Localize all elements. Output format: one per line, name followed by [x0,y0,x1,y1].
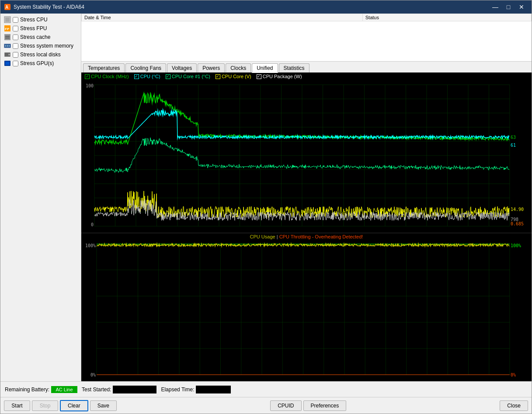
legend-cpu-core1-label: CPU Core #1 (°C) [172,74,210,79]
tabs-area: Temperatures Cooling Fans Voltages Power… [81,62,532,72]
stress-memory-icon [4,42,11,49]
tab-powers[interactable]: Powers [198,63,225,72]
stress-gpu-checkbox[interactable] [13,61,18,66]
stress-disk-label: Stress local disks [20,52,61,58]
svg-rect-3 [5,17,10,22]
stress-gpu-label: Stress GPU(s) [20,60,54,66]
window-title: System Stability Test - AIDA64 [14,4,489,10]
stress-memory-item: Stress system memory [2,41,79,50]
stress-cpu-item: Stress CPU [2,15,79,24]
test-started-label: Test Started: [82,386,111,393]
legend-cpu-core1[interactable]: ✓ CPU Core #1 (°C) [166,74,210,79]
tab-unified[interactable]: Unified [252,63,278,73]
right-panel: Date & Time Status Temperatures Cooling … [81,14,532,381]
chart2-canvas [81,240,532,381]
stress-cpu-label: Stress CPU [20,17,48,23]
chart2-title: CPU Usage | CPU Throttling - Overheating… [81,233,532,240]
svg-point-15 [8,54,10,55]
remaining-battery-item: Remaining Battery: AC Line [5,386,77,393]
minimize-button[interactable]: — [489,0,502,14]
test-started-item: Test Started: [82,386,156,393]
legend-cpu-package-label: CPU Package (W) [263,74,302,79]
main-content: Stress CPU FP Stress FPU Stress cache [0,14,532,381]
tab-voltages[interactable]: Voltages [167,63,197,72]
stress-cache-icon [4,34,11,41]
stress-memory-checkbox[interactable] [13,43,18,49]
legend-cpu-package-check: ✓ [257,74,261,79]
main-window: A System Stability Test - AIDA64 — □ ✕ S… [0,0,532,414]
svg-text:A: A [5,5,8,10]
stress-disk-item: Stress local disks [2,50,79,59]
legend-cpu-clock-check: ✓ [85,74,90,79]
tab-bar: Temperatures Cooling Fans Voltages Power… [81,62,532,72]
chart2-separator: | [277,234,278,239]
log-table: Date & Time Status [81,14,532,21]
svg-rect-11 [7,45,8,47]
remaining-battery-value: AC Line [51,386,77,393]
stress-memory-label: Stress system memory [20,43,73,49]
start-button[interactable]: Start [4,400,30,411]
tab-temperatures[interactable]: Temperatures [83,63,125,72]
stress-fpu-checkbox[interactable] [13,26,18,31]
title-bar: A System Stability Test - AIDA64 — □ ✕ [0,0,532,14]
legend-cpu-clock[interactable]: ✓ CPU Clock (MHz) [85,74,129,79]
tab-cooling-fans[interactable]: Cooling Fans [125,63,166,72]
legend-cpu-core1-check: ✓ [166,74,170,79]
legend-cpu-temp[interactable]: ✓ CPU (°C) [134,74,160,79]
stress-cache-checkbox[interactable] [13,34,18,40]
chart1-canvas [81,80,532,233]
throttle-warning: CPU Throttling - Overheating Detected! [279,234,363,239]
preferences-button[interactable]: Preferences [303,400,347,411]
legend-cpu-temp-check: ✓ [134,74,139,79]
close-window-button[interactable]: ✕ [515,0,528,14]
stress-cpu-checkbox[interactable] [13,17,18,23]
svg-text:FP: FP [5,27,10,31]
cpu-usage-label: CPU Usage [250,234,275,239]
bottom-bar: Start Stop Clear Save CPUID Preferences … [0,397,532,414]
elapsed-time-label: Elapsed Time: [161,386,194,393]
svg-rect-18 [6,62,9,65]
close-button[interactable]: Close [500,400,528,411]
legend-cpu-voltage[interactable]: ✓ CPU Core (V) [216,74,251,79]
legend-cpu-voltage-check: ✓ [216,74,220,79]
chart2-container: CPU Usage | CPU Throttling - Overheating… [81,233,532,381]
legend-cpu-temp-label: CPU (°C) [140,74,160,79]
app-icon: A [4,3,11,10]
cpuid-button[interactable]: CPUID [270,400,301,411]
stress-fpu-item: FP Stress FPU [2,24,79,33]
elapsed-time-value [196,386,231,393]
status-bar: Remaining Battery: AC Line Test Started:… [0,381,532,397]
log-col-datetime: Date & Time [82,14,363,21]
svg-rect-6 [4,34,10,40]
legend-cpu-voltage-label: CPU Core (V) [222,74,251,79]
svg-rect-12 [9,45,10,47]
save-button[interactable]: Save [90,400,117,411]
log-area: Date & Time Status [81,14,532,62]
stress-disk-checkbox[interactable] [13,52,18,58]
test-started-value [113,386,156,393]
clear-button[interactable]: Clear [60,400,88,411]
stress-cpu-icon [4,16,11,23]
chart1-container: ✓ CPU Clock (MHz) ✓ CPU (°C) ✓ CPU Core … [81,72,532,233]
legend-cpu-clock-label: CPU Clock (MHz) [91,74,129,79]
left-panel: Stress CPU FP Stress FPU Stress cache [0,14,81,381]
svg-rect-10 [5,45,6,47]
legend-cpu-package[interactable]: ✓ CPU Package (W) [257,74,302,79]
log-col-status: Status [362,14,531,21]
stress-cache-label: Stress cache [20,34,50,40]
tab-clocks[interactable]: Clocks [226,63,251,72]
svg-rect-7 [5,36,10,37]
stress-gpu-item: Stress GPU(s) [2,59,79,68]
charts-area: ✓ CPU Clock (MHz) ✓ CPU (°C) ✓ CPU Core … [81,72,532,381]
stress-gpu-icon [4,60,11,67]
remaining-battery-label: Remaining Battery: [5,386,49,393]
stop-button[interactable]: Stop [32,400,58,411]
stress-cache-item: Stress cache [2,33,79,41]
svg-rect-8 [5,38,10,38]
tab-statistics[interactable]: Statistics [279,63,309,72]
elapsed-time-item: Elapsed Time: [161,386,231,393]
window-controls: — □ ✕ [489,0,528,14]
stress-fpu-label: Stress FPU [20,25,47,31]
stress-disk-icon [4,51,11,58]
maximize-button[interactable]: □ [502,0,515,14]
